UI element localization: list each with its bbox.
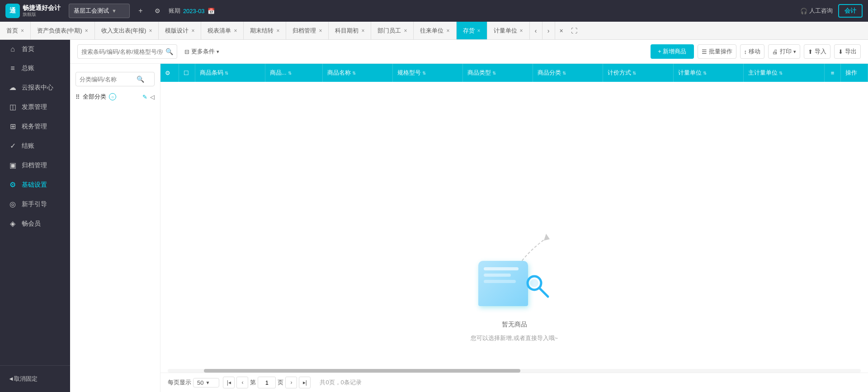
home-icon: ⌂ [8, 45, 17, 53]
add-tab-button[interactable]: + [134, 7, 147, 15]
tab-label: 首页 [6, 27, 18, 35]
unpin-button[interactable]: ◄取消固定 [0, 370, 70, 387]
sidebar-item-cloud-report[interactable]: ☁ 云报表中心 [0, 78, 70, 97]
sidebar-item-invoice[interactable]: ◫ 发票管理 [0, 97, 70, 117]
sidebar-item-archive[interactable]: ▣ 归档管理 [0, 156, 70, 175]
tab-close-icon[interactable]: × [477, 28, 481, 34]
prev-page-button[interactable]: ‹ [236, 377, 248, 388]
import-button[interactable]: ⬆ 导入 [804, 44, 830, 59]
tab-close-icon[interactable]: × [191, 28, 194, 34]
tab-close-icon[interactable]: × [446, 28, 449, 34]
sort-icon[interactable]: ⇅ [562, 71, 566, 76]
sidebar-item-tax[interactable]: ⊞ 税务管理 [0, 117, 70, 136]
th-barcode: 商品条码⇅ [195, 64, 265, 82]
th-code: 商品...⇅ [265, 64, 322, 82]
tab-inventory[interactable]: 存货 × [457, 22, 487, 39]
search-input-secondary[interactable] [81, 48, 163, 55]
sidebar-item-home[interactable]: ⌂ 首页 [0, 40, 70, 59]
tab-close-all[interactable]: × [555, 22, 568, 39]
sidebar-item-membership[interactable]: ◈ 畅会员 [0, 214, 70, 233]
horizontal-scrollbar[interactable] [168, 369, 861, 373]
import-icon: ⬆ [808, 48, 813, 55]
tab-measurement-unit[interactable]: 计量单位 × [487, 22, 530, 39]
tab-balance-sheet[interactable]: 资产负债表(中期) × [31, 22, 95, 39]
tab-close-icon[interactable]: × [404, 28, 407, 34]
tab-scroll-right[interactable]: › [542, 22, 555, 39]
tab-label: 税表清单 [208, 27, 231, 35]
sort-icon[interactable]: ⇅ [288, 71, 292, 76]
sidebar-item-basic-settings[interactable]: ⚙ 基础设置 [0, 175, 70, 194]
tab-close-icon[interactable]: × [21, 28, 24, 34]
all-categories-item[interactable]: ⠿ 全部分类 ○ ✎ ◁ [70, 90, 160, 104]
tab-expand[interactable]: ⛶ [568, 22, 580, 39]
account-button[interactable]: 会计 [838, 4, 863, 18]
tab-close-icon[interactable]: × [361, 28, 364, 34]
export-button[interactable]: ⬇ 导出 [834, 44, 861, 59]
tab-subject-initial[interactable]: 科目期初 × [329, 22, 371, 39]
tab-income-statement[interactable]: 收入支出表(年报) × [95, 22, 159, 39]
category-collapse-icon[interactable]: ◁ [150, 94, 155, 100]
first-page-button[interactable]: |◂ [223, 377, 235, 388]
sidebar-label: 归档管理 [22, 161, 47, 170]
sidebar-item-guide[interactable]: ◎ 新手引导 [0, 194, 70, 214]
calendar-icon[interactable]: 📅 [208, 8, 215, 14]
th-settings[interactable]: ⚙ [160, 64, 179, 82]
company-selector[interactable]: 基层工会测试 ▼ [69, 4, 130, 18]
th-unit: 计量单位⇅ [673, 64, 743, 82]
unpin-label: ◄取消固定 [8, 375, 38, 383]
tab-close-icon[interactable]: × [149, 28, 152, 34]
tab-department-staff[interactable]: 部门员工 × [371, 22, 414, 39]
search-icon[interactable]: 🔍 [165, 48, 173, 55]
sort-icon[interactable]: ⇅ [422, 71, 426, 76]
category-search-icon[interactable]: 🔍 [137, 76, 144, 83]
page-size-dropdown[interactable]: 50 ▼ [193, 378, 219, 387]
tab-close-icon[interactable]: × [319, 28, 322, 34]
sort-icon[interactable]: ⇅ [703, 71, 707, 76]
consult-button[interactable]: 🎧 人工咨询 [800, 7, 833, 15]
page-unit: 页 [278, 378, 283, 387]
tab-close-icon[interactable]: × [276, 28, 279, 34]
sort-icon[interactable]: ⇅ [352, 71, 356, 76]
sidebar-item-ledger[interactable]: ≡ 总账 [0, 59, 70, 78]
category-search-input[interactable] [80, 76, 134, 83]
tab-archive[interactable]: 归档管理 × [286, 22, 329, 39]
sort-icon[interactable]: ⇅ [632, 71, 636, 76]
sort-icon[interactable]: ⇅ [779, 71, 783, 76]
top-bar-right: 🎧 人工咨询 会计 [800, 4, 863, 18]
move-icon: ↕ [744, 48, 747, 55]
move-button[interactable]: ↕ 移动 [740, 44, 765, 59]
last-page-button[interactable]: ▸| [299, 377, 311, 388]
batch-operation-button[interactable]: ☰ 批量操作 [698, 44, 736, 59]
th-checkbox[interactable]: ☐ [179, 64, 195, 82]
tab-homepage[interactable]: 首页 × [0, 22, 31, 39]
sort-icon[interactable]: ⇅ [492, 71, 496, 76]
more-filter-button[interactable]: ⊟ 更多条件 ▾ [181, 44, 223, 59]
cloud-icon: ☁ [8, 83, 17, 92]
tab-close-icon[interactable]: × [520, 28, 523, 34]
tab-close-icon[interactable]: × [234, 28, 237, 34]
empty-illustration [469, 225, 560, 315]
magnifier-svg [524, 273, 552, 300]
tab-close-icon[interactable]: × [85, 28, 88, 34]
period-value[interactable]: 2023-03 [183, 8, 205, 14]
settings-gear-icon: ⚙ [8, 180, 17, 189]
page-number-input[interactable] [258, 377, 276, 388]
add-product-button[interactable]: + 新增商品 [651, 44, 693, 59]
scrollbar-thumb[interactable] [204, 369, 520, 373]
tab-label: 资产负债表(中期) [37, 27, 82, 35]
print-button[interactable]: 🖨 打印 ▾ [768, 44, 800, 59]
tab-counterpart[interactable]: 往来单位 × [414, 22, 456, 39]
tab-label: 计量单位 [494, 27, 517, 35]
next-page-button[interactable]: › [285, 377, 297, 388]
svg-marker-0 [544, 234, 550, 241]
sort-icon[interactable]: ⇅ [225, 71, 228, 76]
tab-scroll-left[interactable]: ‹ [530, 22, 542, 39]
category-edit-icon[interactable]: ✎ [142, 94, 147, 100]
tab-template-design[interactable]: 模版设计 × [159, 22, 201, 39]
settings-icon[interactable]: ⚙ [151, 7, 164, 14]
th-more[interactable]: ≡ [825, 64, 841, 82]
tab-period-transfer[interactable]: 期末结转 × [244, 22, 286, 39]
company-name: 基层工会测试 [74, 7, 109, 15]
tab-tax-list[interactable]: 税表清单 × [201, 22, 244, 39]
sidebar-item-settlement[interactable]: ✓ 结账 [0, 136, 70, 156]
